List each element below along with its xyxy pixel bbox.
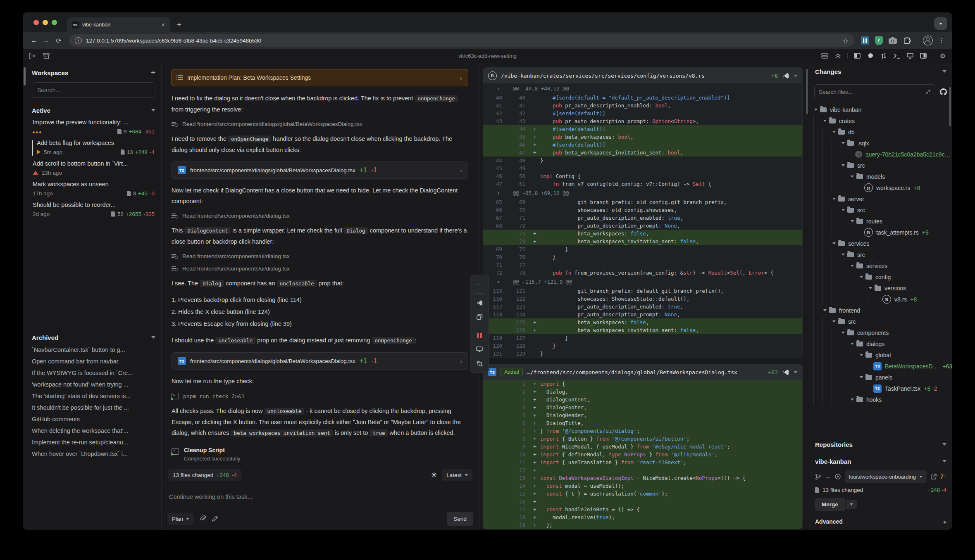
sidebar-scrollbar[interactable] xyxy=(24,67,26,85)
diff-line[interactable]: 120128 } xyxy=(483,342,802,350)
diff-line[interactable]: 116122 showcases: ShowcaseState::default… xyxy=(483,295,802,303)
tree-folder[interactable]: panels xyxy=(813,372,952,383)
diff-line[interactable]: 118124 pr_auto_description_prompt: None, xyxy=(483,311,802,318)
screenshot-camera-icon[interactable] xyxy=(889,36,897,45)
diff-line[interactable]: 6975 } xyxy=(483,245,802,253)
diff-line[interactable]: 17+ const handleJoinBeta = () => { xyxy=(483,505,802,513)
tool-call-row[interactable]: Read frontend/src/components/ui/dialog.t… xyxy=(172,213,468,219)
close-window-button[interactable] xyxy=(33,20,39,25)
copy-icon[interactable] xyxy=(470,310,489,323)
diff-line[interactable]: 4343 pub pr_auto_description_prompt: Opt… xyxy=(483,117,802,125)
search-files-input[interactable]: Search files... xyxy=(814,84,935,99)
minimize-window-button[interactable] xyxy=(43,20,48,25)
diff-line[interactable]: 46+ #[serde(default)] xyxy=(483,141,802,149)
profile-avatar[interactable] xyxy=(923,36,933,45)
vscode-icon[interactable] xyxy=(470,296,489,309)
diff-line[interactable]: 6771 pr_auto_description_enabled: true, xyxy=(483,214,802,222)
site-info-icon[interactable]: i xyxy=(75,37,82,44)
workspace-item[interactable]: Add scroll to bottom button in `Virt...2… xyxy=(32,158,155,179)
changes-scrollbar[interactable] xyxy=(949,87,951,126)
tree-file[interactable]: Rv8.rs+8 xyxy=(813,294,952,305)
diff-line[interactable]: 73+ beta_workspaces: false, xyxy=(483,230,802,237)
tree-folder[interactable]: components xyxy=(813,327,952,338)
open-external-icon[interactable] xyxy=(930,474,937,480)
diff-line[interactable]: 4242 #[serde(default)] xyxy=(483,109,802,117)
address-bar[interactable]: i 127.0.0.1:57095/workspaces/c63c9fd6-df… xyxy=(69,34,854,47)
hunk-header[interactable]: ↕@@ -65,8 +69,10 @@ xyxy=(483,188,802,198)
target-icon[interactable] xyxy=(834,473,841,480)
tree-file[interactable]: {}query-70b21c5c0a2ba5c21c9c1132f14a68 xyxy=(813,149,952,160)
tree-file[interactable]: Rworkspace.rs+8 xyxy=(813,182,952,193)
forward-button[interactable]: → xyxy=(40,37,52,44)
diff-line[interactable]: 4549 xyxy=(483,164,802,172)
diff-line[interactable]: 117123 pr_auto_description_enabled: true… xyxy=(483,303,802,311)
merge-options-button[interactable] xyxy=(846,500,857,509)
changes-header[interactable]: Changes xyxy=(809,63,952,80)
diff-line[interactable]: 119127 } xyxy=(483,334,802,342)
expand-hunk-icon[interactable]: ↑ xyxy=(483,86,513,91)
workspace-item[interactable]: Improve the preview functionality: ...9+… xyxy=(32,117,155,138)
send-button[interactable]: Send xyxy=(447,512,473,526)
implementation-plan-banner[interactable]: Implementation Plan: Beta Workspaces Set… xyxy=(172,69,468,86)
diff-line[interactable]: 8+import { Button } from '@/components/u… xyxy=(483,435,802,443)
back-button[interactable]: ← xyxy=(28,37,40,44)
tree-file[interactable]: TSBetaWorkspacesDialog.tsx+63 xyxy=(813,361,952,372)
tree-file[interactable]: Rtask_attempts.rs+9 xyxy=(813,227,952,238)
add-workspace-button[interactable]: + xyxy=(151,68,155,77)
tree-folder[interactable]: db xyxy=(813,126,952,138)
zoom-window-button[interactable] xyxy=(52,20,57,25)
diff-line[interactable]: 6569 git_branch_prefix: old_config.git_b… xyxy=(483,198,802,206)
tool-call-row[interactable]: Read frontend/src/components/ui/dialog.t… xyxy=(172,266,468,272)
repositories-header[interactable]: Repositories xyxy=(809,436,952,453)
new-tab-button[interactable]: + xyxy=(177,20,181,29)
tree-folder[interactable]: crates xyxy=(813,115,952,126)
diff-line[interactable]: 125+ beta_workspaces: false, xyxy=(483,318,802,326)
diff-line[interactable]: 4448} xyxy=(483,157,802,164)
archived-workspace-item[interactable]: Open command bar from navbar xyxy=(32,356,155,367)
tree-folder[interactable]: routes xyxy=(813,216,952,227)
diff-line[interactable]: 126+ beta_workspaces_invitation_sent: fa… xyxy=(483,326,802,334)
workspace-search-input[interactable]: Search... xyxy=(32,82,155,98)
chevron-down-icon[interactable] xyxy=(794,371,797,373)
github-icon[interactable] xyxy=(939,88,947,96)
diff-line[interactable]: 121129} xyxy=(483,350,802,358)
diff-line[interactable]: 6+ DialogTitle, xyxy=(483,419,802,427)
file-edit-card[interactable]: TSfrontend/src/components/dialogs/global… xyxy=(172,352,468,370)
diff-line[interactable]: 4751 fn from_v7_config(old_config: v7::C… xyxy=(483,180,802,188)
extensions-puzzle-icon[interactable] xyxy=(903,36,911,45)
diff-line[interactable]: 19+ }; xyxy=(483,521,802,529)
diff-line[interactable]: 6670 showcases: old_config.showcases, xyxy=(483,206,802,214)
diff-line[interactable]: 5+ DialogHeader, xyxy=(483,411,802,419)
conversation-scroll[interactable]: Implementation Plan: Beta Workspaces Set… xyxy=(162,63,479,464)
archived-workspace-item[interactable]: It shouldn't be possible for just the ..… xyxy=(32,402,155,413)
tree-folder[interactable]: global xyxy=(813,349,952,361)
diff-line[interactable]: 6872 pr_auto_description_prompt: None, xyxy=(483,222,802,230)
git-compare-icon[interactable] xyxy=(470,357,489,370)
diff-line[interactable]: 3+ DialogContent, xyxy=(483,396,802,403)
hunk-header[interactable]: ↕@@ -115,7 +121,9 @@ xyxy=(483,277,802,287)
extension-bars-icon[interactable] xyxy=(861,36,869,45)
files-changed-chip[interactable]: 13 files changed +248 -4 xyxy=(168,469,241,481)
diff-line[interactable]: 18+ modal.resolve(true); xyxy=(483,513,802,521)
tree-folder[interactable]: frontend xyxy=(813,305,952,316)
diff-line[interactable]: 4141 pub pr_auto_description_enabled: bo… xyxy=(483,102,802,109)
attachment-paperclip-icon[interactable] xyxy=(200,515,206,522)
diff-line[interactable]: 4040 #[serde(default = "default_pr_auto_… xyxy=(483,94,802,102)
terminal-command-row[interactable]: pnpm run check 2>&1 xyxy=(172,393,468,399)
monitor-icon[interactable] xyxy=(470,343,489,356)
section-header-active[interactable]: Active xyxy=(32,104,155,117)
diff-line[interactable]: 9+import NiceModal, { useModal } from '@… xyxy=(483,443,802,451)
browser-menu-icon[interactable]: ⋮ xyxy=(939,37,945,44)
tree-folder[interactable]: src xyxy=(813,204,952,216)
diff-line[interactable]: 14+ const modal = useModal(); xyxy=(483,482,802,490)
file-edit-card[interactable]: TSfrontend/src/components/dialogs/global… xyxy=(172,161,468,179)
diff-line[interactable]: 115121 git_branch_prefix: default_git_br… xyxy=(483,287,802,295)
task-input[interactable]: Continue working on this task... xyxy=(162,486,479,508)
tree-file[interactable]: TSTaskPanel.tsx+8 -2 xyxy=(813,383,952,394)
workspace-item[interactable]: Mark workspaces as unseen17h ago3+45-0 xyxy=(32,179,155,199)
workspace-item[interactable]: Should be possible to reorder...2d ago52… xyxy=(32,199,155,220)
diff-line[interactable]: 1+import { xyxy=(483,380,802,388)
archived-workspace-item[interactable]: If the WYSIWYG is focussed in `Cre... xyxy=(32,367,155,379)
tree-folder[interactable]: models xyxy=(813,171,952,182)
repo-row[interactable]: vibe-kanban xyxy=(809,453,952,470)
